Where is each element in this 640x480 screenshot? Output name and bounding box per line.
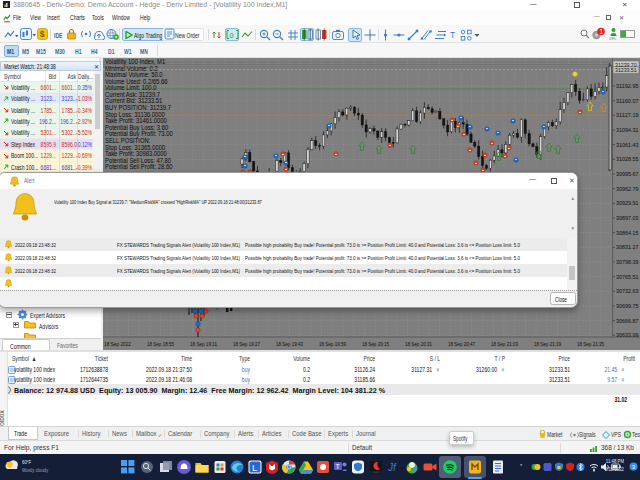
svg-text:18 Sep 19:59: 18 Sep 19:59 (319, 341, 346, 347)
svg-text:31192.95: 31192.95 (616, 83, 639, 89)
svg-text:Jf: Jf (387, 462, 397, 473)
svg-text:31061.43: 31061.43 (616, 142, 639, 148)
svg-text:31127.19: 31127.19 (616, 112, 639, 118)
svg-text:31233.51: 31233.51 (615, 67, 637, 73)
svg-text:30798.39: 30798.39 (616, 259, 639, 265)
svg-text:T: T (336, 463, 341, 470)
svg-text:30831.27: 30831.27 (616, 244, 639, 250)
svg-text:30929.91: 30929.91 (616, 200, 639, 206)
svg-text:0: 0 (230, 31, 234, 40)
svg-text:18 Sep 19:43: 18 Sep 19:43 (276, 341, 303, 347)
svg-text:30897.03: 30897.03 (616, 215, 639, 221)
svg-text:30995.67: 30995.67 (616, 171, 639, 177)
svg-text:18 Sep 18:55: 18 Sep 18:55 (147, 341, 174, 347)
svg-text:30732.63: 30732.63 (616, 288, 639, 294)
svg-text:18 Sep 20:15: 18 Sep 20:15 (362, 341, 389, 347)
svg-text:18 Sep 21:19: 18 Sep 21:19 (534, 341, 561, 347)
svg-text:30633.99: 30633.99 (616, 332, 639, 338)
svg-text:DFL: DFL (609, 37, 616, 41)
svg-text:$: $ (40, 29, 45, 39)
svg-text:31094.31: 31094.31 (616, 127, 639, 133)
svg-text:30962.79: 30962.79 (616, 186, 639, 192)
svg-text:30765.51: 30765.51 (616, 274, 639, 280)
svg-text:30699.75: 30699.75 (616, 303, 639, 309)
svg-text:18 Sep 19:11: 18 Sep 19:11 (190, 341, 217, 347)
svg-text:30666.87: 30666.87 (616, 318, 639, 324)
svg-text:18 Sep 19:27: 18 Sep 19:27 (233, 341, 260, 347)
svg-text:18 Sep 21:35: 18 Sep 21:35 (577, 341, 604, 347)
svg-text:18 Sep 20:31: 18 Sep 20:31 (405, 341, 432, 347)
svg-text:1: 1 (600, 28, 604, 35)
svg-text:18 Sep 21:03: 18 Sep 21:03 (491, 341, 518, 347)
svg-text:31028.55: 31028.55 (616, 156, 639, 162)
svg-text:18 Sep 2022: 18 Sep 2022 (104, 341, 131, 347)
svg-text:31160.07: 31160.07 (616, 98, 639, 104)
svg-text:L: L (252, 463, 257, 473)
svg-text:18 Sep 20:47: 18 Sep 20:47 (448, 341, 475, 347)
svg-text:30864.15: 30864.15 (616, 230, 639, 236)
